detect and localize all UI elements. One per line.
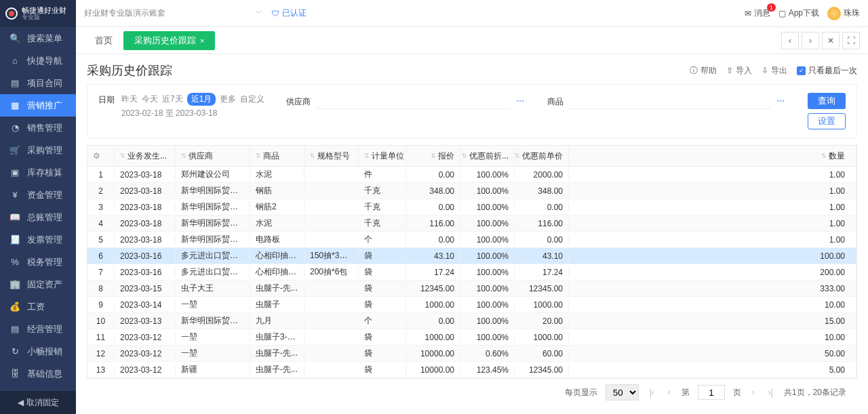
sidebar-item-cart[interactable]: 🛒采购管理 xyxy=(0,139,76,161)
supplier-lookup-button[interactable]: ⋯ xyxy=(516,96,526,106)
sidebar-item-base[interactable]: 🗄基础信息 xyxy=(0,363,76,385)
topbar: 好业财专业版演示账套 ﹀ 🛡 已认证 ✉ 消息 1 ▢ App下载 珠珠 xyxy=(76,0,868,27)
brand-edition: 专业版 xyxy=(22,14,66,20)
upload-icon: ⇧ xyxy=(726,66,733,75)
ledger-icon: 📖 xyxy=(9,212,20,223)
data-table: ⚙ ⇅业务发生... ⇅供应商 ⇅商品 ⇅规格型号 ⇅计量单位 ⇅报价 ⇅优惠前… xyxy=(87,145,857,379)
nav-menu: 🔍搜索菜单⌂快捷导航▤项目合同▦营销推广◔销售管理🛒采购管理▣库存核算¥资金管理… xyxy=(0,27,76,391)
fullscreen-button[interactable]: ⛶ xyxy=(842,32,860,49)
tab-purchase-history[interactable]: 采购历史价跟踪 × xyxy=(123,31,215,50)
page-size-select[interactable]: 50 xyxy=(606,384,639,400)
product-label: 商品 xyxy=(547,95,564,108)
stock-icon: ▣ xyxy=(9,167,20,178)
table-row[interactable]: 42023-03-18新华明国际贸易有限...水泥千克116.00100.00%… xyxy=(87,215,856,232)
sidebar-item-home[interactable]: ⌂快捷导航 xyxy=(0,49,76,72)
close-icon[interactable]: × xyxy=(200,37,204,45)
sidebar-item-invoice[interactable]: 🧾发票管理 xyxy=(0,228,76,251)
sort-icon[interactable]: ⇅ xyxy=(256,152,261,159)
table-row[interactable]: 92023-03-14一堃虫腿子袋1000.00100.00%1000.0010… xyxy=(87,297,856,313)
sidebar-item-ledger[interactable]: 📖总账管理 xyxy=(0,206,76,228)
sort-icon[interactable]: ⇅ xyxy=(364,152,370,159)
logo-icon xyxy=(5,7,18,20)
sidebar-item-asset[interactable]: 🏢固定资产 xyxy=(0,273,76,295)
supplier-input[interactable] xyxy=(316,93,510,109)
sort-icon[interactable]: ⇅ xyxy=(310,152,315,159)
tab-prev-button[interactable]: ‹ xyxy=(781,32,799,49)
table-row[interactable]: 122023-03-12一堃虫腿子-先...袋10000.000.60%60.0… xyxy=(87,346,856,362)
download-icon: ⇩ xyxy=(762,66,768,75)
date-quick-0[interactable]: 昨天 xyxy=(121,94,138,105)
sidebar-item-search[interactable]: 🔍搜索菜单 xyxy=(0,27,76,49)
sort-icon[interactable]: ⇅ xyxy=(515,152,520,159)
table-row[interactable]: 62023-03-16多元进出口贸易有限...心相印抽纸...150抽*3包..… xyxy=(87,248,856,264)
table-row[interactable]: 22023-03-18新华明国际贸易有限...钢筋千克348.00100.00%… xyxy=(87,183,856,199)
date-quick-picks: 昨天今天近7天近1月更多自定义 xyxy=(121,93,264,106)
settings-button[interactable]: 设置 xyxy=(808,113,846,129)
messages-button[interactable]: ✉ 消息 1 xyxy=(745,7,770,19)
help-icon: ⓘ xyxy=(690,65,698,77)
sidebar-item-sales[interactable]: ◔销售管理 xyxy=(0,117,76,139)
message-badge: 1 xyxy=(767,3,776,12)
sort-icon[interactable]: ⇅ xyxy=(462,152,467,159)
table-row[interactable]: 112023-03-12一堃虫腿子3-烧...袋1000.00100.00%10… xyxy=(87,329,856,346)
sidebar-item-marketing[interactable]: ▦营销推广 xyxy=(0,94,76,117)
date-quick-1[interactable]: 今天 xyxy=(142,94,158,105)
prev-page-button[interactable]: ‹ xyxy=(665,388,673,397)
table-row[interactable]: 82023-03-15虫子大王虫腿子-先...袋12345.00100.00%1… xyxy=(87,281,856,297)
sidebar-item-fund[interactable]: ¥资金管理 xyxy=(0,184,76,206)
salary-icon: 💰 xyxy=(9,302,20,312)
table-row[interactable]: 32023-03-18新华明国际贸易有限...钢筋2千克0.00100.00%0… xyxy=(87,199,856,215)
table-row[interactable]: 72023-03-16多元进出口贸易有限...心相印抽纸...200抽*6包袋1… xyxy=(87,264,856,281)
sidebar-item-sys[interactable]: ⚙系统管理 xyxy=(0,385,76,391)
product-input[interactable] xyxy=(569,93,771,109)
contract-icon: ▤ xyxy=(9,78,20,89)
main-area: 好业财专业版演示账套 ﹀ 🛡 已认证 ✉ 消息 1 ▢ App下载 珠珠 首页 xyxy=(76,0,868,414)
tax-icon: % xyxy=(9,257,20,268)
gear-icon[interactable]: ⚙ xyxy=(93,151,100,161)
table-row[interactable]: 52023-03-18新华明国际贸易有限...电路板个0.00100.00%0.… xyxy=(87,232,856,248)
product-lookup-button[interactable]: ⋯ xyxy=(776,96,786,106)
first-page-button[interactable]: |‹ xyxy=(647,388,657,397)
sort-icon[interactable]: ⇅ xyxy=(120,152,125,159)
home-icon: ⌂ xyxy=(9,56,20,66)
sidebar-item-reimburse[interactable]: ↻小畅报销 xyxy=(0,340,76,363)
query-button[interactable]: 查询 xyxy=(808,93,846,109)
sort-icon[interactable]: ⇅ xyxy=(821,152,827,159)
next-page-button[interactable]: › xyxy=(749,388,757,397)
tab-bar: 首页 采购历史价跟踪 × ‹ › ✕ ⛶ xyxy=(76,27,868,54)
import-button[interactable]: ⇧导入 xyxy=(726,65,752,77)
sidebar-item-tax[interactable]: %税务管理 xyxy=(0,251,76,273)
user-menu[interactable]: 珠珠 xyxy=(827,7,860,20)
date-label: 日期 xyxy=(98,93,115,106)
unpin-button[interactable]: ◀ 取消固定 xyxy=(0,391,76,414)
sidebar-item-stock[interactable]: ▣库存核算 xyxy=(0,161,76,184)
date-quick-4[interactable]: 更多 xyxy=(220,94,236,105)
env-selector[interactable]: 好业财专业版演示账套 xyxy=(84,7,165,19)
sort-icon[interactable]: ⇅ xyxy=(181,152,186,159)
table-row[interactable]: 12023-03-18郑州建设公司水泥件0.00100.00%2000.001.… xyxy=(87,167,856,183)
app-download-button[interactable]: ▢ App下载 xyxy=(778,7,819,19)
help-button[interactable]: ⓘ帮助 xyxy=(690,65,717,77)
cart-icon: 🛒 xyxy=(9,145,20,156)
base-icon: 🗄 xyxy=(9,369,20,379)
sidebar-item-salary[interactable]: 💰工资 xyxy=(0,295,76,318)
tab-next-button[interactable]: › xyxy=(802,32,819,49)
sidebar-item-biz[interactable]: ▤经营管理 xyxy=(0,318,76,340)
only-last-checkbox[interactable]: ✓ 只看最后一次 xyxy=(797,65,857,77)
table-row[interactable]: 132023-03-12新疆虫腿子-先...袋10000.00123.45%12… xyxy=(87,362,856,378)
marketing-icon: ▦ xyxy=(9,100,20,111)
export-button[interactable]: ⇩导出 xyxy=(762,65,787,77)
last-page-button[interactable]: ›| xyxy=(766,388,776,397)
date-quick-2[interactable]: 近7天 xyxy=(162,94,183,105)
table-row[interactable]: 102023-03-13新华明国际贸易有限...九月个0.00100.00%20… xyxy=(87,313,856,329)
tab-home[interactable]: 首页 xyxy=(84,31,123,50)
sort-icon[interactable]: ⇅ xyxy=(431,152,436,159)
page-title: 采购历史价跟踪 xyxy=(87,62,172,79)
page-number-input[interactable] xyxy=(698,385,725,400)
date-quick-3[interactable]: 近1月 xyxy=(187,93,216,106)
sidebar-item-contract[interactable]: ▤项目合同 xyxy=(0,72,76,94)
pin-icon: ◀ xyxy=(18,398,24,407)
supplier-label: 供应商 xyxy=(286,95,311,108)
tab-close-all-button[interactable]: ✕ xyxy=(822,32,840,49)
date-quick-5[interactable]: 自定义 xyxy=(240,94,264,105)
